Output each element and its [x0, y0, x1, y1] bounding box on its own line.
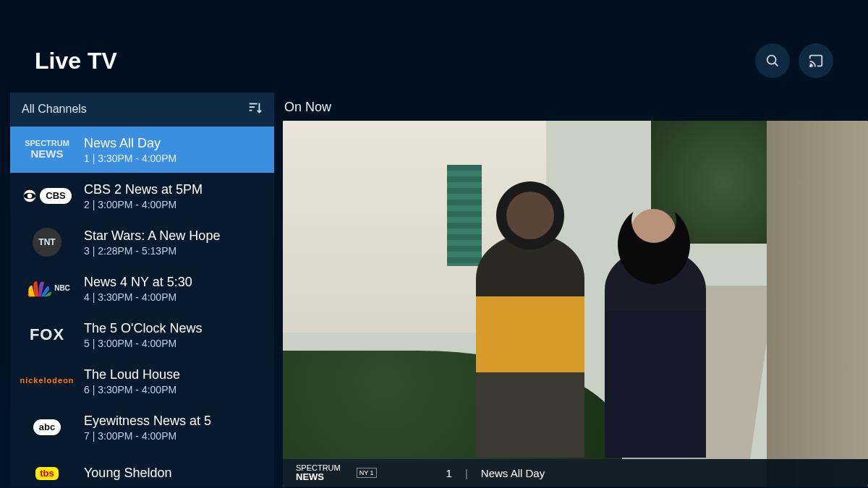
channel-item-nickelodeon[interactable]: nickelodeon The Loud House 6 | 3:30PM - … [10, 358, 274, 404]
on-now-label: On Now [283, 93, 868, 121]
video-player[interactable]: SPECTRUMNEWS NY 1 1 | News All Day [283, 121, 868, 487]
search-button[interactable] [755, 43, 790, 78]
program-time: 7 | 3:00PM - 4:00PM [84, 430, 211, 442]
channel-list: SPECTRUMNEWS News All Day 1 | 3:30PM - 4… [10, 127, 274, 487]
caption-divider: | [465, 467, 468, 479]
caption-program-title: News All Day [481, 467, 545, 479]
page-title: Live TV [35, 48, 117, 74]
program-title: Young Sheldon [84, 466, 171, 481]
program-title: The Loud House [84, 367, 180, 382]
program-time: 4 | 3:30PM - 4:00PM [84, 291, 192, 303]
filter-label: All Channels [22, 103, 87, 116]
svg-line-1 [775, 63, 778, 66]
cast-icon [808, 53, 824, 69]
nickelodeon-logo: nickelodeon [20, 365, 74, 397]
nbc-logo: NBC [20, 273, 74, 304]
program-title: News 4 NY at 5:30 [84, 275, 192, 290]
program-title: CBS 2 News at 5PM [84, 182, 203, 197]
svg-point-2 [810, 65, 812, 67]
caption-channel-number: 1 [446, 467, 452, 479]
tnt-logo: TNT [20, 226, 74, 258]
channel-item-spectrum-news[interactable]: SPECTRUMNEWS News All Day 1 | 3:30PM - 4… [10, 127, 274, 173]
abc-logo: abc [20, 411, 74, 443]
video-thumbnail [283, 121, 868, 487]
main-panel: On Now SPECTRUMNEWS NY [274, 93, 868, 487]
channel-item-tnt[interactable]: TNT Star Wars: A New Hope 3 | 2:28PM - 5… [10, 219, 274, 265]
channel-item-tbs[interactable]: tbs Young Sheldon [10, 450, 274, 487]
program-time: 6 | 3:30PM - 4:00PM [84, 384, 180, 395]
header-actions [755, 43, 833, 78]
channel-filter[interactable]: All Channels [10, 93, 274, 127]
program-title: Eyewitness News at 5 [84, 414, 211, 429]
program-time: 1 | 3:30PM - 4:00PM [84, 153, 176, 164]
program-time: 2 | 3:00PM - 4:00PM [84, 199, 203, 210]
program-time: 3 | 2:28PM - 5:13PM [84, 245, 220, 257]
program-title: Star Wars: A New Hope [84, 228, 220, 244]
sort-icon [247, 100, 263, 119]
cast-button[interactable] [799, 43, 833, 78]
program-title: The 5 O'Clock News [84, 321, 203, 336]
program-time: 5 | 3:00PM - 4:00PM [84, 338, 203, 349]
channel-item-fox[interactable]: FOX The 5 O'Clock News 5 | 3:00PM - 4:00… [10, 312, 274, 358]
channel-item-nbc[interactable]: NBC News 4 NY at 5:30 4 | 3:30PM - 4:00P… [10, 265, 274, 312]
caption-badge: NY 1 [357, 468, 377, 478]
search-icon [765, 53, 780, 69]
video-caption-bar: SPECTRUMNEWS NY 1 1 | News All Day [283, 459, 868, 487]
tbs-logo: tbs [20, 458, 74, 487]
fox-logo: FOX [20, 319, 74, 351]
caption-network-logo: SPECTRUMNEWS [296, 464, 341, 481]
channel-item-abc[interactable]: abc Eyewitness News at 5 7 | 3:00PM - 4:… [10, 404, 274, 450]
channel-item-cbs[interactable]: CBS CBS 2 News at 5PM 2 | 3:00PM - 4:00P… [10, 173, 274, 219]
program-title: News All Day [84, 136, 176, 151]
channel-sidebar: All Channels SPECTRUMNEWS News All Day 1… [10, 93, 274, 487]
cbs-logo: CBS [20, 180, 74, 212]
svg-point-8 [27, 194, 33, 199]
spectrum-news-logo: SPECTRUMNEWS [20, 134, 74, 166]
svg-point-0 [767, 56, 776, 64]
